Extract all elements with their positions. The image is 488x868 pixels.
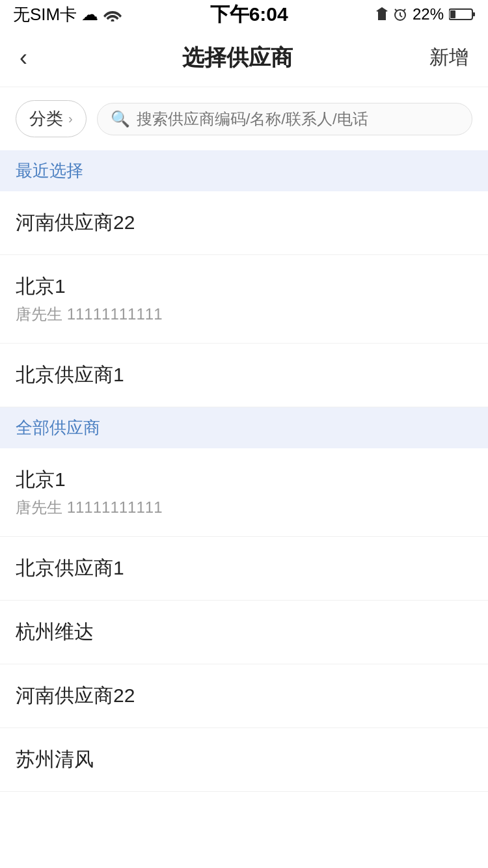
chevron-right-icon: › [68,111,73,126]
svg-point-0 [111,20,115,22]
all-list: 北京1 唐先生 11111111111 北京供应商1杭州维达河南供应商22苏州清… [0,448,488,792]
filter-bar: 分类 › 🔍 [0,87,488,150]
item-name: 河南供应商22 [16,210,472,236]
list-item[interactable]: 杭州维达 [0,601,488,664]
list-item[interactable]: 河南供应商22 [0,191,488,255]
item-contact: 唐先生 11111111111 [16,497,472,518]
new-add-button[interactable]: 新增 [416,44,468,71]
svg-line-3 [400,16,402,17]
search-input[interactable] [137,110,459,128]
list-item[interactable]: 北京供应商1 [0,537,488,601]
list-item[interactable]: 北京1 唐先生 11111111111 [0,255,488,344]
category-label: 分类 [29,107,63,130]
item-name: 北京1 [16,467,472,493]
list-item[interactable]: 北京供应商1 [0,344,488,407]
battery-label: 22% [413,5,444,23]
recent-section-header: 最近选择 [0,150,488,191]
status-bar: 无SIM卡 ☁ 下午6:04 22% [0,0,488,29]
category-button[interactable]: 分类 › [16,100,87,137]
list-item[interactable]: 北京1 唐先生 11111111111 [0,448,488,537]
search-icon: 🔍 [111,110,130,128]
item-name: 北京供应商1 [16,555,472,582]
no-sim-label: 无SIM卡 ☁ [13,3,98,26]
item-name: 北京1 [16,273,472,300]
battery-icon [449,8,475,21]
status-time: 下午6:04 [210,1,288,28]
back-button[interactable]: ‹ [20,44,59,72]
list-item[interactable]: 苏州清风 [0,728,488,792]
svg-rect-7 [472,12,475,16]
search-box[interactable]: 🔍 [97,103,472,135]
status-left: 无SIM卡 ☁ [13,3,122,26]
item-name: 河南供应商22 [16,683,472,709]
svg-line-5 [403,9,405,11]
all-section-header: 全部供应商 [0,407,488,448]
status-right: 22% [376,5,475,23]
list-item[interactable]: 河南供应商22 [0,664,488,728]
svg-rect-8 [450,10,455,18]
wifi-icon [103,7,122,21]
item-contact: 唐先生 11111111111 [16,304,472,325]
svg-line-4 [395,9,397,11]
recent-list: 河南供应商22 北京1 唐先生 11111111111 北京供应商1 [0,191,488,407]
item-name: 北京供应商1 [16,362,472,388]
location-icon [376,7,388,21]
alarm-icon [393,7,407,21]
nav-bar: ‹ 选择供应商 新增 [0,29,488,87]
nav-title: 选择供应商 [182,43,293,73]
item-name: 杭州维达 [16,619,472,645]
item-name: 苏州清风 [16,746,472,773]
